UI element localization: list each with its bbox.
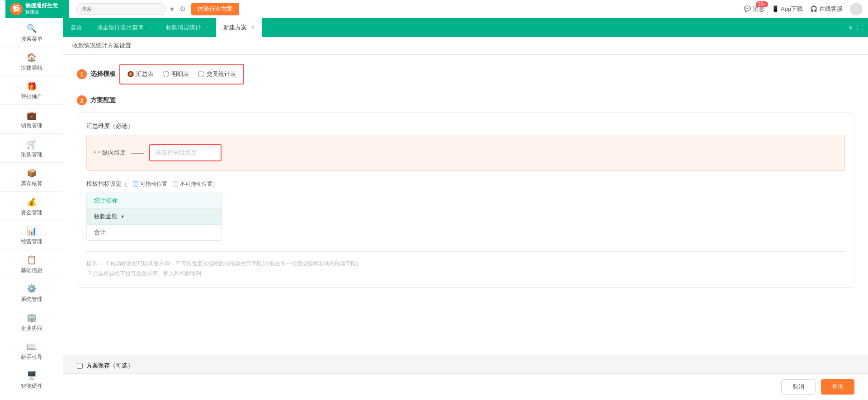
guide-icon: 📖: [27, 342, 37, 352]
sidebar-label-marketing: 营销推广: [21, 93, 42, 101]
metrics-sub-label: 合计: [94, 229, 106, 235]
metrics-sub-row: 合计: [87, 225, 222, 240]
save-checkbox[interactable]: [77, 363, 83, 369]
purchase-icon: 🛒: [27, 139, 37, 149]
operations-icon: 📊: [27, 226, 37, 236]
cancel-button[interactable]: 取消: [781, 379, 816, 395]
hint-2-text: 2.点击标题栏下拉可设置排序、插入列和删除列: [88, 270, 201, 277]
sidebar-item-sales[interactable]: 💼 销售管理: [0, 105, 63, 134]
tab-new-plan[interactable]: 新建方案 ×: [216, 18, 262, 37]
dimension-label: 汇总维度（必选）: [86, 122, 845, 130]
sidebar-item-guide[interactable]: 📖 新手引导: [0, 336, 63, 365]
sidebar-label-system: 系统管理: [21, 296, 42, 303]
template-option-summary[interactable]: 汇总表: [127, 70, 154, 78]
notification-badge: 99+: [756, 1, 768, 7]
step2-num: 2: [77, 95, 87, 105]
tab-close-all-icon[interactable]: ✕: [848, 24, 853, 31]
sidebar-label-hardware: 智能硬件: [21, 382, 42, 390]
query-button[interactable]: 查询: [821, 379, 854, 395]
template-radio-summary[interactable]: [127, 71, 134, 77]
page-content: 收款情况统计方案设置 1 选择模板 汇总表: [63, 37, 868, 373]
sidebar-item-nav[interactable]: 🏠 快捷导航: [0, 47, 63, 76]
sidebar-item-operations[interactable]: 📊 经营管理: [0, 221, 63, 249]
breadcrumb-text: 收款情况统计方案设置: [72, 42, 131, 49]
top-bar-right: 💬 消息 99+ 📱 App下载 🎧 在线客服: [744, 3, 863, 15]
sidebar-item-enterprise[interactable]: 🏢 企业协同: [0, 307, 63, 336]
metrics-label: 模板指标设定（: [86, 180, 127, 188]
sales-icon: 💼: [27, 110, 37, 120]
hint-1-text: 1.拖动标题栏可以调整布局，不可跨维度或指标区域拖动栏目字段(只能在同一维度或指…: [106, 260, 358, 267]
metrics-settings: 模板指标设定（ 可拖动位置 不可拖动位置）: [86, 180, 845, 242]
tab-collection-close[interactable]: ×: [206, 24, 209, 31]
dimension-select[interactable]: 请选择分组维度: [149, 144, 222, 161]
trial-button[interactable]: 体验行业方案: [191, 3, 239, 15]
support-icon: 🎧: [810, 5, 817, 12]
enterprise-icon: 🏢: [27, 313, 37, 323]
message-button[interactable]: 💬 消息 99+: [744, 5, 764, 13]
template-radio-detail[interactable]: [163, 71, 169, 77]
sidebar-label-search: 搜索菜单: [21, 35, 42, 43]
template-option-cross[interactable]: 交叉统计表: [198, 70, 236, 78]
dimension-arrow: ——: [131, 149, 144, 156]
home-icon: 🏠: [27, 52, 37, 62]
support-label: 在线客服: [819, 5, 843, 13]
hint-area: 提示： 1.拖动标题栏可以调整布局，不可跨维度或指标区域拖动栏目字段(只能在同一…: [86, 251, 845, 278]
tab-fullscreen-icon[interactable]: ⛶: [857, 24, 863, 31]
tab-cashflow-close[interactable]: ×: [148, 24, 151, 31]
metrics-row1-arrow[interactable]: ▾: [121, 213, 124, 220]
step2-header: 2 方案配置: [77, 95, 854, 105]
download-label: App下载: [781, 5, 803, 13]
save-label: 方案保存（可选）: [86, 362, 133, 370]
hardware-icon: 🖥️: [27, 371, 37, 381]
sidebar-label-basic: 基础信息: [21, 267, 42, 274]
tab-home[interactable]: 首页: [63, 18, 90, 37]
save-option-bar: 方案保存（可选）: [63, 355, 868, 373]
metrics-row-1[interactable]: 收款金额 ▾: [87, 209, 222, 225]
support-button[interactable]: 🎧 在线客服: [810, 5, 843, 13]
sidebar-item-hardware[interactable]: 🖥️ 智能硬件: [0, 365, 63, 394]
download-button[interactable]: 📱 App下载: [772, 5, 803, 13]
draggable-label: 可拖动位置: [140, 180, 167, 188]
sidebar-item-finance[interactable]: 💰 资金管理: [0, 192, 63, 221]
sidebar-label-inventory: 库存核算: [21, 180, 42, 188]
sidebar-item-purchase[interactable]: 🛒 采购管理: [0, 134, 63, 163]
bottom-action-bar: 取消 查询: [63, 373, 868, 400]
step1-num: 1: [77, 69, 87, 79]
sidebar-item-search[interactable]: 🔍 搜索菜单: [0, 18, 63, 47]
sidebar-item-basic[interactable]: 📋 基础信息: [0, 249, 63, 278]
tab-collection[interactable]: 收款情况统计 ×: [159, 18, 216, 37]
tab-home-label: 首页: [71, 24, 82, 32]
app-logo: 畅 畅捷通好生意 标准版: [5, 0, 69, 18]
sidebar-item-inventory[interactable]: 📦 库存核算: [0, 163, 63, 192]
metrics-table-header: 统计指标: [87, 193, 222, 209]
gear-icon[interactable]: ⚙: [179, 5, 186, 13]
metrics-table: 统计指标 收款金额 ▾ 合计: [86, 193, 222, 241]
download-icon: 📱: [772, 5, 779, 12]
template-label-cross: 交叉统计表: [207, 70, 236, 78]
vertical-dimension-label: * 纵向维度: [94, 149, 126, 157]
draggable-dot: [133, 181, 138, 187]
config-section: 汇总维度（必选） * 纵向维度 —— 请选择分组维度: [77, 113, 854, 288]
search-dropdown-icon[interactable]: ▾: [170, 4, 174, 14]
tab-bar: 首页 现金银行流水查询 × 收款情况统计 × 新建方案 × ✕ ⛶: [63, 18, 868, 37]
sidebar-item-wechat[interactable]: 💬 企业微信: [0, 394, 63, 400]
dimension-placeholder: 请选择分组维度: [156, 149, 197, 156]
user-avatar[interactable]: [850, 3, 863, 15]
non-draggable-label: 不可拖动位置）: [180, 180, 218, 188]
dimension-area: * 纵向维度 —— 请选择分组维度: [86, 135, 845, 171]
tab-cashflow[interactable]: 现金银行流水查询 ×: [90, 18, 159, 37]
search-input[interactable]: [76, 3, 166, 15]
template-radio-cross[interactable]: [198, 71, 204, 77]
draggable-badge: 可拖动位置: [133, 180, 167, 188]
dimension-row: * 纵向维度 —— 请选择分组维度: [94, 144, 222, 161]
form-container: 1 选择模板 汇总表 明细表: [63, 55, 868, 355]
inventory-icon: 📦: [27, 168, 37, 178]
sidebar-item-marketing[interactable]: 🎁 营销推广: [0, 76, 63, 105]
message-icon: 💬: [744, 5, 751, 12]
sidebar-label-finance: 资金管理: [21, 209, 42, 216]
tab-collection-label: 收款情况统计: [166, 24, 201, 32]
template-option-detail[interactable]: 明细表: [163, 70, 189, 78]
step1-title: 选择模板: [90, 70, 116, 78]
tab-new-plan-close[interactable]: ×: [251, 24, 255, 31]
sidebar-item-system[interactable]: ⚙️ 系统管理: [0, 278, 63, 307]
